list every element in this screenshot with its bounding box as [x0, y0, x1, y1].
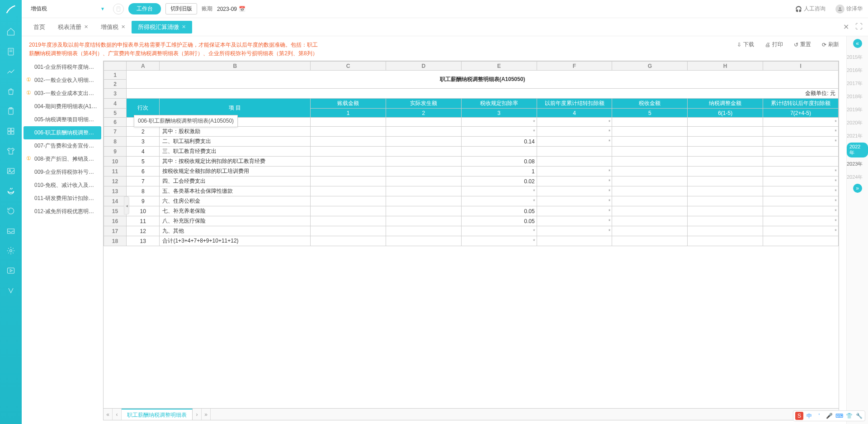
table-cell[interactable] — [688, 186, 763, 196]
tab-税表清册[interactable]: 税表清册✕ — [52, 21, 94, 33]
table-cell[interactable]: 六、住房公积金 — [160, 196, 311, 206]
ime-skin-icon[interactable]: 👕 — [845, 412, 853, 420]
table-cell[interactable]: * — [763, 176, 839, 186]
table-cell[interactable]: 三、职工教育经费支出 — [160, 147, 311, 157]
table-cell[interactable] — [311, 167, 386, 176]
table-cell[interactable] — [311, 216, 386, 226]
table-cell[interactable]: 四、工会经费支出 — [160, 176, 311, 186]
expand-icon[interactable]: ⛶ — [855, 23, 863, 31]
form-list-item[interactable]: 008-资产折旧、摊销及纳税... — [24, 152, 101, 166]
year-2022年[interactable]: 2022年 — [847, 143, 868, 157]
form-list-item[interactable]: 010-免税、减计收入及加计... — [24, 179, 101, 192]
nav-gear-icon[interactable] — [6, 246, 15, 255]
year-2017年[interactable]: 2017年 — [847, 77, 868, 90]
table-cell[interactable]: 10 — [127, 206, 160, 216]
sheet-nav-prev[interactable]: ‹ — [113, 409, 122, 420]
ime-punct-icon[interactable]: ' — [815, 412, 823, 420]
table-cell[interactable] — [763, 236, 839, 246]
table-cell[interactable]: 1 — [461, 167, 537, 176]
table-cell[interactable]: * — [537, 186, 612, 196]
year-2024年[interactable]: 2024年 — [847, 171, 868, 184]
print-button[interactable]: 🖨打印 — [765, 41, 783, 48]
table-cell[interactable] — [386, 186, 461, 196]
nav-bag-icon[interactable] — [6, 87, 15, 96]
table-cell[interactable]: 6 — [127, 167, 160, 176]
year-2018年[interactable]: 2018年 — [847, 90, 868, 103]
form-list-item[interactable]: 002-一般企业收入明细表(A... — [24, 74, 101, 87]
table-cell[interactable] — [537, 147, 612, 157]
table-cell[interactable]: * — [537, 176, 612, 186]
table-cell[interactable] — [386, 236, 461, 246]
table-cell[interactable] — [612, 157, 688, 167]
table-cell[interactable]: 八、补充医疗保险 — [160, 216, 311, 226]
table-cell[interactable] — [311, 176, 386, 186]
sheet-nav-next[interactable]: › — [193, 409, 202, 420]
nav-bowl-icon[interactable] — [6, 186, 15, 195]
table-cell[interactable]: 12 — [127, 226, 160, 236]
nav-shirt-icon[interactable] — [6, 147, 15, 156]
table-cell[interactable]: * — [763, 196, 839, 206]
table-cell[interactable] — [311, 196, 386, 206]
table-cell[interactable]: 七、补充养老保险 — [160, 206, 311, 216]
year-2021年[interactable]: 2021年 — [847, 129, 868, 143]
close-icon[interactable]: ✕ — [84, 24, 88, 30]
form-list-item[interactable]: 001-企业所得税年度纳税申... — [24, 61, 101, 74]
ime-keyboard-icon[interactable]: ⌨ — [835, 412, 843, 420]
year-2016年[interactable]: 2016年 — [847, 64, 868, 77]
table-cell[interactable] — [311, 226, 386, 236]
table-cell[interactable] — [386, 147, 461, 157]
table-cell[interactable] — [612, 147, 688, 157]
nav-doc-icon[interactable] — [6, 47, 15, 56]
table-cell[interactable] — [612, 118, 688, 127]
table-cell[interactable] — [612, 196, 688, 206]
reset-button[interactable]: ↺重置 — [794, 41, 811, 48]
table-cell[interactable]: * — [763, 127, 839, 137]
collapse-handle[interactable]: ◂ — [124, 196, 129, 214]
table-cell[interactable] — [311, 157, 386, 167]
table-cell[interactable]: 0.02 — [461, 176, 537, 186]
close-icon[interactable]: ✕ — [182, 24, 186, 30]
table-cell[interactable] — [688, 137, 763, 147]
table-cell[interactable]: 其中：股权激励 — [160, 127, 311, 137]
table-cell[interactable] — [386, 226, 461, 236]
year-2020年[interactable]: 2020年 — [847, 116, 868, 129]
table-cell[interactable] — [688, 167, 763, 176]
form-list-item[interactable]: 004-期间费用明细表(A1040... — [24, 100, 101, 113]
switch-old-button[interactable]: 切到旧版 — [165, 3, 197, 14]
table-cell[interactable]: * — [763, 186, 839, 196]
table-cell[interactable] — [311, 127, 386, 137]
table-cell[interactable]: 按税收规定全额扣除的职工培训费用 — [160, 167, 311, 176]
table-cell[interactable]: 3 — [127, 137, 160, 147]
table-cell[interactable]: 0.08 — [461, 157, 537, 167]
table-cell[interactable]: * — [763, 137, 839, 147]
nav-image-icon[interactable] — [6, 167, 15, 176]
table-cell[interactable]: 合计(1+3+4+7+8+9+10+11+12) — [160, 236, 311, 246]
table-cell[interactable]: * — [461, 118, 537, 127]
table-cell[interactable]: 5 — [127, 157, 160, 167]
table-cell[interactable] — [386, 216, 461, 226]
download-button[interactable]: ⇩下载 — [737, 41, 754, 48]
ime-s-icon[interactable]: S — [795, 412, 803, 420]
table-cell[interactable] — [688, 196, 763, 206]
year-down-icon[interactable]: » — [853, 184, 862, 193]
sheet-nav-first[interactable]: « — [104, 409, 113, 420]
tab-首页[interactable]: 首页 — [27, 21, 52, 33]
table-cell[interactable]: * — [537, 137, 612, 147]
table-cell[interactable]: 8 — [127, 186, 160, 196]
year-2015年[interactable]: 2015年 — [847, 51, 868, 64]
table-cell[interactable] — [311, 118, 386, 127]
nav-clipboard-icon[interactable] — [6, 107, 15, 116]
workbench-button[interactable]: 工作台 — [128, 3, 161, 14]
table-cell[interactable] — [311, 137, 386, 147]
col-header[interactable]: A — [127, 62, 160, 71]
table-cell[interactable] — [612, 127, 688, 137]
col-header[interactable]: E — [461, 62, 537, 71]
form-list-item[interactable]: 006-职工薪酬纳税调整明细... — [24, 126, 101, 139]
table-cell[interactable]: * — [461, 236, 537, 246]
form-list-item[interactable]: 007-广告费和业务宣传费跨... — [24, 139, 101, 152]
table-cell[interactable] — [763, 157, 839, 167]
table-cell[interactable] — [386, 206, 461, 216]
table-cell[interactable]: * — [763, 118, 839, 127]
table-cell[interactable]: 其中：按税收规定比例扣除的职工教育经费 — [160, 157, 311, 167]
table-cell[interactable]: 二、职工福利费支出 — [160, 137, 311, 147]
